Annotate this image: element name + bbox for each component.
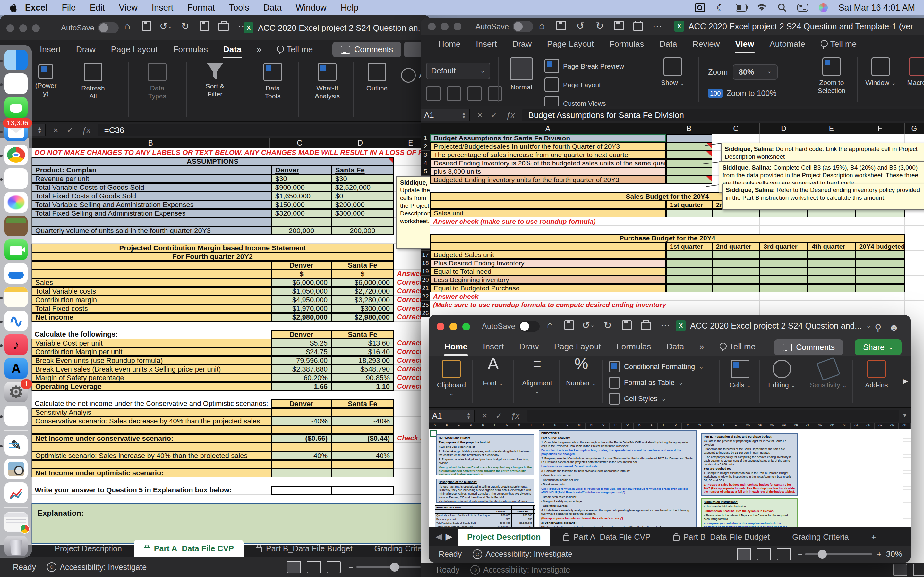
- cell-value[interactable]: [855, 259, 905, 268]
- w3-formula-input[interactable]: [527, 410, 899, 422]
- cell-label[interactable]: Write your answer to Question 5 in Expla…: [31, 486, 271, 495]
- fx-icon[interactable]: ƒx: [82, 125, 90, 135]
- cell-label[interactable]: Total Variable Selling and Administratio…: [31, 200, 271, 209]
- w3-tab-home[interactable]: Home: [437, 338, 475, 355]
- w2-page-break-preview-button[interactable]: Page Break Preview: [544, 59, 641, 73]
- cell-value[interactable]: [271, 443, 331, 451]
- cell-value[interactable]: [760, 209, 808, 218]
- cell-value[interactable]: [712, 251, 760, 259]
- column-header-F[interactable]: F: [855, 123, 905, 134]
- cell-label[interactable]: Equal to Budgeted Purchase: [430, 284, 666, 292]
- cell-value[interactable]: $16.40: [331, 348, 394, 356]
- cell-value[interactable]: [760, 292, 808, 301]
- dock-icon-appstore[interactable]: A: [5, 358, 27, 379]
- column-header-G[interactable]: G: [905, 123, 924, 134]
- cell-value[interactable]: [666, 259, 712, 268]
- ribbon-expand-icon[interactable]: ▸: [903, 375, 908, 386]
- cell-section-header[interactable]: Projected Contribution Margin based Inco…: [31, 243, 394, 252]
- w3-mini-sheet[interactable]: CVP Model and BudgetThe purpose of this …: [429, 429, 911, 527]
- w2-zoom-to-selection-button[interactable]: Zoom to Selection: [811, 57, 853, 95]
- apple-menu-icon[interactable]: [10, 3, 18, 13]
- cell-value[interactable]: [271, 469, 331, 477]
- cell-label[interactable]: Budgeted Sales unit: [430, 251, 666, 259]
- row-header-19[interactable]: 19: [421, 268, 430, 276]
- cell-empty[interactable]: [31, 322, 430, 330]
- cell-value[interactable]: [712, 284, 760, 292]
- w3-tab-page-layout[interactable]: Page Layout: [546, 338, 609, 355]
- w1-formula-input[interactable]: =C36: [98, 124, 430, 136]
- cell-value[interactable]: [331, 460, 394, 469]
- cell-value[interactable]: [808, 251, 855, 259]
- cell-label[interactable]: Contribution Margin per unit: [31, 348, 271, 356]
- cell-value[interactable]: [271, 460, 331, 469]
- redo-icon[interactable]: ↻: [594, 21, 605, 31]
- w3-tellme[interactable]: Tell me: [712, 338, 763, 355]
- cell-label[interactable]: [31, 261, 271, 269]
- zoom-out-icon[interactable]: −: [349, 562, 353, 572]
- w2-tab-automate[interactable]: Automate: [762, 36, 813, 52]
- column-header-B[interactable]: B: [666, 123, 712, 134]
- cell-value[interactable]: Denver: [271, 166, 331, 174]
- w2-show-button[interactable]: Show ⌄: [655, 57, 690, 87]
- cell-label[interactable]: Operating Leverage: [31, 382, 271, 391]
- cell-label[interactable]: Total Fixed Selling and Administration E…: [31, 209, 271, 218]
- more-commands-icon[interactable]: ⋯: [660, 320, 671, 330]
- dock-icon-onedrive[interactable]: [5, 263, 27, 284]
- cell-value[interactable]: [808, 284, 855, 292]
- cell-value[interactable]: $2,720,000: [331, 287, 394, 295]
- row-header-22[interactable]: 22: [421, 292, 430, 301]
- cell-value[interactable]: $548,790: [331, 365, 394, 374]
- battery-icon[interactable]: [736, 3, 746, 13]
- cell-value[interactable]: [855, 276, 905, 284]
- cell-label[interactable]: [430, 226, 666, 234]
- w2-name-box[interactable]: A1▲▼: [421, 109, 470, 121]
- w1-outline-group[interactable]: Outline: [359, 63, 395, 92]
- sheet-tab-grading-criteria[interactable]: Grading Criteria: [782, 529, 858, 546]
- cell-label[interactable]: [31, 269, 271, 278]
- cell-value[interactable]: [666, 151, 712, 159]
- cell-label[interactable]: Total Fixed costs: [31, 304, 271, 313]
- cell-quarter-header[interactable]: 4th quarter: [808, 242, 855, 251]
- dock-icon-minimized-window[interactable]: [5, 512, 27, 532]
- cell-value[interactable]: [666, 176, 712, 184]
- w1-sort-filter-group[interactable]: Sort & Filter: [196, 63, 234, 98]
- w1-traffic-lights[interactable]: [6, 24, 40, 32]
- cell-label[interactable]: Answer check: [430, 292, 666, 301]
- menu-item-tools[interactable]: Tools: [222, 3, 256, 13]
- w3-cells-group[interactable]: Cells ⌄: [726, 359, 754, 390]
- w2-tab-review[interactable]: Review: [685, 36, 727, 52]
- cell-value[interactable]: [331, 486, 394, 495]
- w3-alignment-group[interactable]: ≡Alignment ⌄: [519, 359, 555, 396]
- cell-value[interactable]: [712, 134, 760, 142]
- w3-name-box[interactable]: A1▲▼: [429, 410, 475, 422]
- cell-value[interactable]: [666, 284, 712, 292]
- home-icon[interactable]: ⌂: [122, 21, 133, 31]
- cell-section-header[interactable]: ASSUMPTIONS: [31, 157, 394, 166]
- cancel-icon[interactable]: ×: [477, 110, 482, 120]
- w2-traffic-lights[interactable]: [428, 23, 461, 31]
- cell-value[interactable]: [855, 268, 905, 276]
- w2-tab-formulas[interactable]: Formulas: [602, 36, 652, 52]
- cell-value[interactable]: [760, 134, 808, 142]
- w3-titlebar[interactable]: AutoSave ⌂ ↺⌄ ↻ ⋯ X ACC 2020 Excel proje…: [429, 315, 911, 338]
- w2-zoom-100-button[interactable]: 100 Zoom to 100%: [708, 89, 776, 98]
- cell-value[interactable]: [271, 486, 331, 495]
- dock-icon-notes[interactable]: [5, 287, 27, 308]
- cell-value[interactable]: [855, 218, 905, 226]
- cell-value[interactable]: [666, 292, 712, 301]
- w2-window-button[interactable]: Window ⌄: [863, 57, 898, 87]
- menu-item-data[interactable]: Data: [256, 3, 289, 13]
- cell-label[interactable]: Plus Desired Ending Inventory: [430, 259, 666, 268]
- cell-section-header[interactable]: For Fourth quarter 20Y2: [31, 252, 394, 261]
- cell-label[interactable]: Sales: [31, 278, 271, 287]
- cell-value[interactable]: [855, 134, 905, 142]
- dock-icon-mail[interactable]: 13,306: [5, 121, 27, 141]
- home-icon[interactable]: ⌂: [536, 21, 548, 31]
- w3-font-group[interactable]: AFont ⌄: [479, 359, 507, 388]
- cell-value[interactable]: [760, 284, 808, 292]
- cell-value[interactable]: [712, 292, 760, 301]
- cell-label[interactable]: [430, 184, 666, 192]
- cell-value[interactable]: [712, 259, 760, 268]
- fx-icon[interactable]: ƒx: [511, 411, 519, 421]
- cell-value[interactable]: [712, 209, 760, 218]
